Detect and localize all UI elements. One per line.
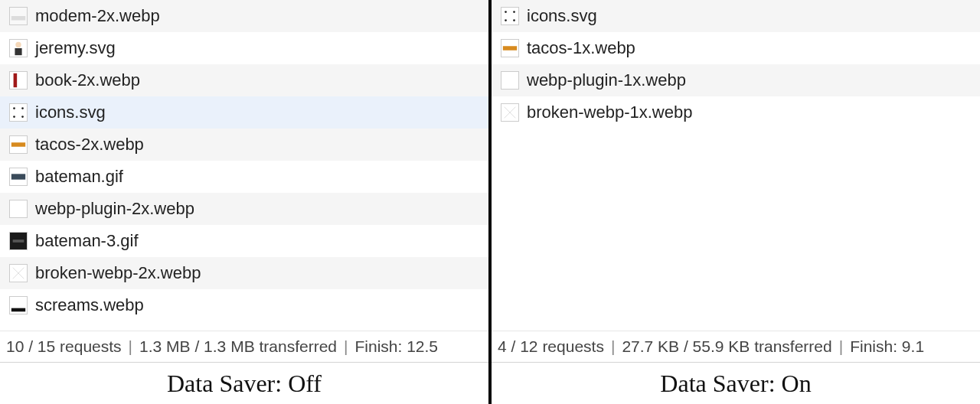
svg-point-8 (13, 107, 15, 109)
svg-point-11 (21, 116, 24, 118)
file-name: broken-webp-1x.webp (527, 103, 692, 122)
svg-point-28 (505, 19, 507, 21)
file-row[interactable]: tacos-2x.webp (0, 129, 488, 161)
status-bar-right: 4 / 12 requests | 27.7 KB / 55.9 KB tran… (492, 331, 980, 363)
svg-rect-6 (14, 73, 18, 87)
file-list-right: icons.svgtacos-1x.webpwebp-plugin-1x.web… (492, 0, 980, 129)
file-name: icons.svg (527, 6, 597, 26)
file-type-icon (501, 7, 519, 25)
status-requests: 4 / 12 requests (498, 337, 604, 356)
file-type-icon (9, 168, 28, 186)
file-type-icon (501, 103, 519, 122)
caption-left: Data Saver: Off (0, 363, 488, 404)
file-type-icon (9, 103, 28, 122)
file-name: broken-webp-2x.webp (35, 263, 201, 283)
svg-point-26 (505, 11, 507, 13)
file-row[interactable]: broken-webp-2x.webp (0, 257, 488, 289)
file-name: modem-2x.webp (35, 6, 160, 26)
pane-data-saver-off: modem-2x.webpjeremy.svgbook-2x.webpicons… (0, 0, 492, 404)
status-finish: Finish: 9.1 (850, 337, 924, 356)
file-name: webp-plugin-1x.webp (527, 70, 686, 90)
svg-rect-24 (11, 308, 25, 312)
file-row[interactable]: tacos-1x.webp (492, 32, 980, 64)
file-type-icon (501, 71, 519, 90)
file-name: bateman.gif (35, 167, 123, 187)
file-row[interactable]: icons.svg (492, 0, 980, 32)
file-row[interactable]: screams.webp (0, 289, 488, 321)
file-name: tacos-2x.webp (35, 135, 144, 155)
file-type-icon (9, 296, 28, 314)
file-name: icons.svg (35, 103, 106, 122)
pane-data-saver-on: icons.svgtacos-1x.webpwebp-plugin-1x.web… (492, 0, 980, 404)
file-row[interactable]: webp-plugin-1x.webp (492, 64, 980, 96)
svg-rect-25 (501, 8, 518, 24)
file-name: webp-plugin-2x.webp (35, 199, 194, 219)
file-type-icon (9, 200, 28, 218)
svg-point-10 (13, 116, 15, 118)
svg-rect-31 (503, 46, 517, 50)
file-list-left: modem-2x.webpjeremy.svgbook-2x.webpicons… (0, 0, 488, 321)
status-requests: 10 / 15 requests (6, 337, 122, 356)
caption-right: Data Saver: On (492, 363, 980, 404)
svg-rect-16 (10, 200, 27, 217)
status-transferred: 1.3 MB / 1.3 MB transferred (139, 337, 337, 356)
file-name: tacos-1x.webp (527, 38, 635, 58)
file-row[interactable]: book-2x.webp (0, 64, 488, 96)
file-type-icon (9, 39, 28, 57)
status-bar-left: 10 / 15 requests | 1.3 MB / 1.3 MB trans… (0, 331, 488, 363)
file-row[interactable]: bateman-3.gif (0, 225, 488, 257)
svg-rect-15 (11, 174, 25, 179)
file-row[interactable]: bateman.gif (0, 161, 488, 193)
svg-point-27 (513, 11, 515, 13)
file-row[interactable]: modem-2x.webp (0, 0, 488, 32)
file-type-icon (9, 71, 28, 90)
file-name: book-2x.webp (35, 70, 140, 90)
file-row[interactable]: broken-webp-1x.webp (492, 96, 980, 129)
svg-point-9 (21, 107, 24, 109)
status-transferred: 27.7 KB / 55.9 KB transferred (622, 337, 831, 356)
file-name: bateman-3.gif (35, 231, 139, 251)
status-finish: Finish: 12.5 (354, 337, 438, 356)
file-type-icon (9, 232, 28, 250)
file-type-icon (9, 7, 28, 25)
svg-rect-7 (10, 104, 27, 121)
svg-rect-13 (11, 142, 25, 147)
svg-rect-19 (13, 239, 24, 243)
svg-point-3 (15, 42, 21, 47)
file-row[interactable]: webp-plugin-2x.webp (0, 193, 488, 225)
file-row[interactable]: icons.svg (0, 96, 488, 129)
svg-rect-1 (11, 16, 25, 21)
file-name: screams.webp (35, 295, 144, 315)
file-name: jeremy.svg (35, 38, 116, 58)
file-type-icon (9, 264, 28, 282)
svg-rect-4 (15, 48, 21, 55)
svg-rect-32 (501, 72, 518, 89)
file-type-icon (501, 39, 519, 57)
svg-point-29 (513, 19, 515, 21)
svg-rect-5 (10, 72, 27, 89)
file-type-icon (9, 135, 28, 154)
file-row[interactable]: jeremy.svg (0, 32, 488, 64)
